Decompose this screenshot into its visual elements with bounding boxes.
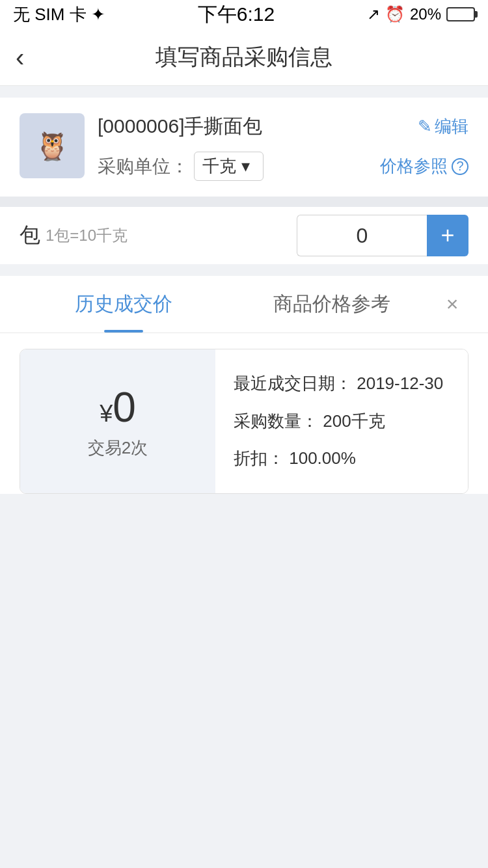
price-display: ¥ 0 <box>100 383 136 431</box>
status-left: 无 SIM 卡 ✦ <box>13 3 105 26</box>
product-thumbnail: 🦉 <box>20 113 85 178</box>
nav-bar: ‹ 填写商品采购信息 <box>0 29 488 86</box>
product-info: [0000006]手撕面包 ✎ 编辑 采购单位： 千克 ▾ 价格参照 ? <box>98 113 468 181</box>
price-ref-button[interactable]: 价格参照 ? <box>380 155 468 178</box>
section-divider <box>0 197 488 207</box>
unit-select[interactable]: 千克 ▾ <box>194 152 264 181</box>
dropdown-icon: ▾ <box>241 156 250 176</box>
quantity-input[interactable] <box>297 215 427 256</box>
tabs-header: 历史成交价 商品价格参考 × <box>0 276 488 333</box>
purchase-qty-value: 200千克 <box>323 411 385 431</box>
purchase-qty-label: 采购数量： <box>234 411 318 431</box>
status-bar: 无 SIM 卡 ✦ 下午6:12 ↗ ⏰ 20% <box>0 0 488 29</box>
signal-text: 无 SIM 卡 ✦ <box>13 3 105 26</box>
product-top-row: [0000006]手撕面包 ✎ 编辑 <box>98 113 468 140</box>
tab-product-price-ref-label: 商品价格参考 <box>273 291 390 318</box>
status-right: ↗ ⏰ 20% <box>367 5 475 23</box>
price-ref-label: 价格参照 <box>380 155 448 178</box>
edit-label: 编辑 <box>435 115 468 138</box>
latest-date-value: 2019-12-30 <box>357 373 443 393</box>
tab-history-price[interactable]: 历史成交价 <box>20 276 228 332</box>
latest-date-label: 最近成交日期： <box>234 373 352 393</box>
edit-icon: ✎ <box>418 116 432 137</box>
location-icon: ↗ <box>367 5 380 23</box>
unit-value: 千克 <box>202 155 236 178</box>
price-left-panel: ¥ 0 交易2次 <box>20 349 215 493</box>
currency-symbol: ¥ <box>100 396 113 431</box>
alarm-icon: ⏰ <box>385 5 405 23</box>
quantity-row: 包 1包=10千克 + <box>0 207 488 264</box>
quantity-unit-label: 包 1包=10千克 <box>20 221 128 250</box>
purchase-qty-row: 采购数量： 200千克 <box>234 408 450 435</box>
quantity-plus-button[interactable]: + <box>427 215 468 256</box>
product-thumb-icon: 🦉 <box>35 130 69 162</box>
price-ref-help-icon: ? <box>452 158 468 175</box>
price-right-panel: 最近成交日期： 2019-12-30 采购数量： 200千克 折扣： 100.0… <box>215 349 468 493</box>
main-content: 🦉 [0000006]手撕面包 ✎ 编辑 采购单位： 千克 ▾ <box>0 98 488 868</box>
page-title: 填写商品采购信息 <box>156 42 332 72</box>
tab-close-button[interactable]: × <box>436 288 468 321</box>
price-card: ¥ 0 交易2次 最近成交日期： 2019-12-30 采购数量： 200千克 … <box>20 349 468 494</box>
price-amount: 0 <box>113 383 136 431</box>
back-button[interactable]: ‹ <box>16 44 24 70</box>
tab-history-price-label: 历史成交价 <box>75 291 172 318</box>
product-unit-row: 采购单位： 千克 ▾ 价格参照 ? <box>98 152 468 181</box>
edit-button[interactable]: ✎ 编辑 <box>418 115 468 138</box>
price-trades: 交易2次 <box>88 437 148 459</box>
discount-label: 折扣： <box>234 448 284 468</box>
quantity-unit-hint: 1包=10千克 <box>46 225 128 246</box>
latest-date-row: 最近成交日期： 2019-12-30 <box>234 370 450 398</box>
battery-text: 20% <box>410 5 441 23</box>
discount-row: 折扣： 100.00% <box>234 445 450 472</box>
discount-value: 100.00% <box>289 448 356 468</box>
product-name: [0000006]手撕面包 <box>98 113 262 140</box>
tab-product-price-ref[interactable]: 商品价格参考 <box>228 276 436 332</box>
tabs-section: 历史成交价 商品价格参考 × ¥ 0 交易2次 最近成交日期： 2019-12-… <box>0 276 488 494</box>
status-time: 下午6:12 <box>198 1 275 28</box>
quantity-unit-char: 包 <box>20 221 40 250</box>
quantity-input-group: + <box>297 215 468 256</box>
battery-icon <box>446 7 475 21</box>
unit-label: 采购单位： <box>98 154 189 179</box>
tab-active-underline <box>104 330 143 332</box>
product-card: 🦉 [0000006]手撕面包 ✎ 编辑 采购单位： 千克 ▾ <box>0 98 488 197</box>
